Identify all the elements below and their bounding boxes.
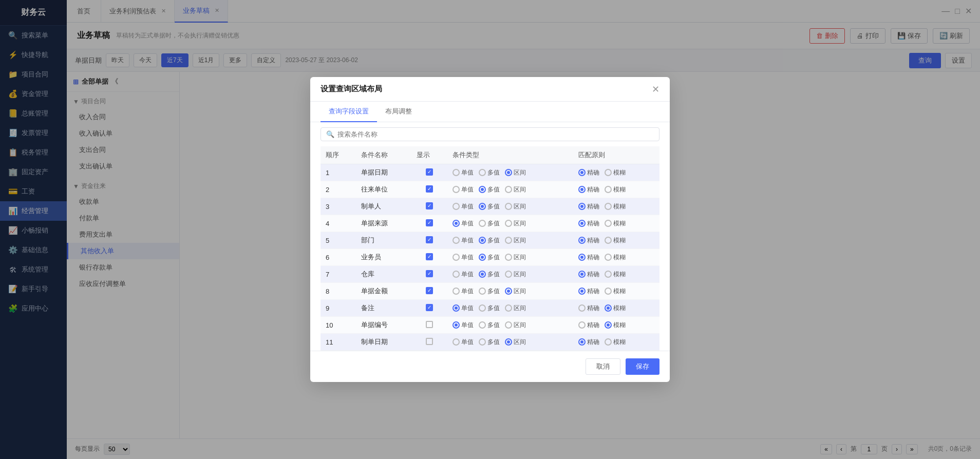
match-fuzzy-opt[interactable]: 模糊: [605, 236, 626, 245]
type-multi-opt[interactable]: 多值: [479, 270, 500, 279]
type-range-opt[interactable]: 区间: [505, 219, 526, 228]
match-fuzzy-opt[interactable]: 模糊: [605, 270, 626, 279]
match-exact-opt[interactable]: 精确: [578, 185, 599, 194]
type-range-radio[interactable]: [505, 169, 512, 176]
type-multi-radio[interactable]: [479, 203, 486, 210]
dialog-tab-layout[interactable]: 布局调整: [377, 102, 420, 122]
match-fuzzy-opt[interactable]: 模糊: [605, 253, 626, 262]
type-range-radio[interactable]: [505, 288, 512, 295]
match-fuzzy-opt[interactable]: 模糊: [605, 287, 626, 296]
dialog-cancel-button[interactable]: 取消: [586, 358, 620, 375]
match-exact-opt[interactable]: 精确: [578, 168, 599, 177]
dialog-search-input[interactable]: [337, 130, 654, 138]
type-range-radio[interactable]: [505, 254, 512, 261]
match-fuzzy-radio[interactable]: [605, 271, 612, 278]
match-exact-opt[interactable]: 精确: [578, 236, 599, 245]
type-single-radio[interactable]: [453, 288, 460, 295]
type-single-radio[interactable]: [453, 186, 460, 193]
type-range-radio[interactable]: [505, 271, 512, 278]
type-range-opt[interactable]: 区间: [505, 185, 526, 194]
match-exact-opt[interactable]: 精确: [578, 253, 599, 262]
type-single-opt[interactable]: 单值: [453, 202, 474, 211]
match-exact-opt[interactable]: 精确: [578, 202, 599, 211]
type-multi-radio[interactable]: [479, 220, 486, 227]
match-exact-radio[interactable]: [578, 271, 586, 278]
type-range-radio[interactable]: [505, 338, 512, 346]
type-single-opt[interactable]: 单值: [453, 321, 474, 330]
type-single-radio[interactable]: [453, 338, 460, 346]
cell-show[interactable]: [411, 215, 447, 232]
type-multi-radio[interactable]: [479, 254, 486, 261]
match-exact-radio[interactable]: [578, 254, 586, 261]
match-fuzzy-radio[interactable]: [605, 288, 612, 295]
type-single-opt[interactable]: 单值: [453, 219, 474, 228]
type-multi-opt[interactable]: 多值: [479, 236, 500, 245]
show-checkbox[interactable]: [426, 321, 433, 328]
type-range-opt[interactable]: 区间: [505, 253, 526, 262]
type-range-opt[interactable]: 区间: [505, 287, 526, 296]
type-multi-radio[interactable]: [479, 338, 486, 346]
type-range-radio[interactable]: [505, 220, 512, 227]
show-checkbox[interactable]: [426, 304, 433, 311]
match-exact-opt[interactable]: 精确: [578, 321, 599, 330]
match-fuzzy-opt[interactable]: 模糊: [605, 321, 626, 330]
type-range-radio[interactable]: [505, 321, 512, 329]
type-single-opt[interactable]: 单值: [453, 287, 474, 296]
show-checkbox[interactable]: [426, 219, 433, 226]
type-range-opt[interactable]: 区间: [505, 236, 526, 245]
type-range-radio[interactable]: [505, 237, 512, 244]
cell-show[interactable]: [411, 283, 447, 300]
dialog-save-button[interactable]: 保存: [626, 358, 659, 375]
show-checkbox[interactable]: [426, 338, 433, 345]
type-single-opt[interactable]: 单值: [453, 185, 474, 194]
type-range-opt[interactable]: 区间: [505, 168, 526, 177]
show-checkbox[interactable]: [426, 270, 433, 277]
type-range-radio[interactable]: [505, 203, 512, 210]
type-multi-opt[interactable]: 多值: [479, 338, 500, 347]
match-exact-opt[interactable]: 精确: [578, 270, 599, 279]
match-exact-radio[interactable]: [578, 338, 586, 346]
cell-show[interactable]: [411, 181, 447, 198]
type-range-opt[interactable]: 区间: [505, 304, 526, 313]
match-exact-radio[interactable]: [578, 288, 586, 295]
type-single-opt[interactable]: 单值: [453, 236, 474, 245]
match-fuzzy-radio[interactable]: [605, 169, 612, 176]
type-multi-opt[interactable]: 多值: [479, 168, 500, 177]
type-single-radio[interactable]: [453, 304, 460, 312]
type-multi-opt[interactable]: 多值: [479, 321, 500, 330]
match-fuzzy-opt[interactable]: 模糊: [605, 219, 626, 228]
match-fuzzy-radio[interactable]: [605, 237, 612, 244]
match-exact-radio[interactable]: [578, 220, 586, 227]
match-fuzzy-radio[interactable]: [605, 321, 612, 329]
type-range-opt[interactable]: 区间: [505, 321, 526, 330]
type-single-opt[interactable]: 单值: [453, 338, 474, 347]
show-checkbox[interactable]: [426, 236, 433, 243]
show-checkbox[interactable]: [426, 202, 433, 209]
match-fuzzy-opt[interactable]: 模糊: [605, 304, 626, 313]
type-single-radio[interactable]: [453, 271, 460, 278]
type-single-opt[interactable]: 单值: [453, 270, 474, 279]
match-fuzzy-radio[interactable]: [605, 338, 612, 346]
show-checkbox[interactable]: [426, 287, 433, 294]
type-single-opt[interactable]: 单值: [453, 168, 474, 177]
type-single-radio[interactable]: [453, 220, 460, 227]
match-exact-opt[interactable]: 精确: [578, 304, 599, 313]
type-multi-radio[interactable]: [479, 288, 486, 295]
match-exact-opt[interactable]: 精确: [578, 338, 599, 347]
dialog-tab-fields[interactable]: 查询字段设置: [321, 102, 377, 122]
cell-show[interactable]: [411, 334, 447, 351]
cell-show[interactable]: [411, 249, 447, 266]
match-fuzzy-radio[interactable]: [605, 304, 612, 312]
match-exact-radio[interactable]: [578, 237, 586, 244]
match-exact-radio[interactable]: [578, 186, 586, 193]
match-exact-radio[interactable]: [578, 321, 586, 329]
cell-show[interactable]: [411, 164, 447, 181]
type-multi-opt[interactable]: 多值: [479, 185, 500, 194]
match-fuzzy-radio[interactable]: [605, 203, 612, 210]
cell-show[interactable]: [411, 317, 447, 334]
type-single-radio[interactable]: [453, 254, 460, 261]
show-checkbox[interactable]: [426, 185, 433, 193]
type-single-radio[interactable]: [453, 237, 460, 244]
type-multi-radio[interactable]: [479, 271, 486, 278]
type-multi-opt[interactable]: 多值: [479, 253, 500, 262]
